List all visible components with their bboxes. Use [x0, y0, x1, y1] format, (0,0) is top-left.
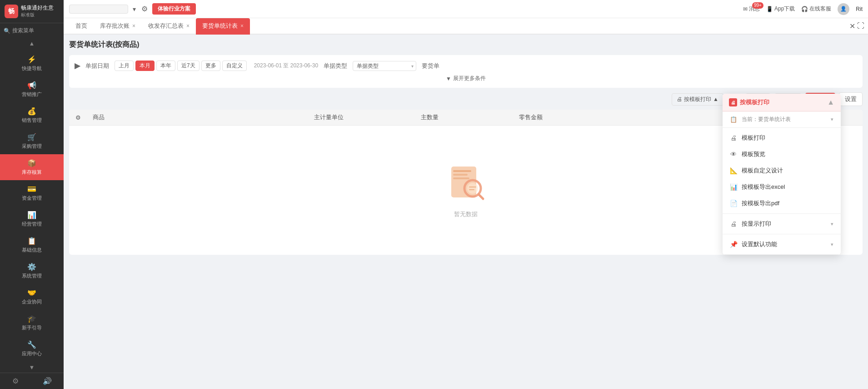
dropdown-item-template-print[interactable]: 🖨 模板打印 [723, 130, 841, 146]
app-subtitle: 标准版 [21, 12, 54, 18]
empty-icon [443, 162, 489, 203]
online-service-btn[interactable]: 🎧 在线客服 [801, 5, 831, 13]
tab-home[interactable]: 首页 [69, 18, 94, 35]
industry-btn[interactable]: 体验行业方案 [152, 3, 196, 15]
tab-expand-btn[interactable]: ⛶ [857, 22, 864, 30]
dropdown-item-display-print[interactable]: 🖨 按显示打印 ▾ [723, 216, 841, 232]
dropdown-close-btn[interactable]: ▲ [827, 98, 834, 106]
sidebar-item-operations[interactable]: 📊 经营管理 [0, 206, 64, 232]
tab-collection-summary-close[interactable]: × [186, 23, 190, 29]
tab-collection-summary[interactable]: 收发存汇总表 × [142, 18, 196, 35]
app-download-label: App下载 [774, 5, 795, 13]
sidebar-item-label: 企业协同 [22, 298, 42, 305]
filter-row-main: ▶ 单据日期 上月 本月 本年 近7天 更多 自定义 2023-06-01 至 … [75, 61, 857, 71]
quick-nav-icon: ⚡ [27, 55, 36, 64]
dropdown-item-default-func[interactable]: 📌 设置默认功能 ▾ [723, 236, 841, 253]
sidebar-item-inventory[interactable]: 📦 库存核算 [0, 154, 64, 180]
sidebar-item-basic[interactable]: 📋 基础信息 [0, 232, 64, 258]
sidebar-item-beginner[interactable]: 🎓 新手引导 [0, 310, 64, 336]
breadcrumb-dropdown-btn[interactable]: ▾ [132, 5, 137, 14]
breadcrumb-input[interactable] [69, 5, 128, 14]
tab-order-stats[interactable]: 要货单统计表 × [196, 18, 250, 35]
template-print-icon: 🖨 [730, 134, 737, 141]
sidebar-item-system[interactable]: ⚙️ 系统管理 [0, 258, 64, 284]
page-title: 要货单统计表(按商品) [69, 40, 863, 50]
dropdown-item-template-excel[interactable]: 📊 按模板导出excel [723, 179, 841, 195]
sidebar-item-label: 快捷导航 [22, 65, 42, 72]
sidebar-item-label: 资金管理 [22, 195, 42, 202]
top-header: ▾ ⚙ 体验行业方案 ✉ 消息 99+ 📱 App下载 🎧 在线客服 👤 Rit [64, 0, 868, 18]
sidebar-item-label: 经营管理 [22, 221, 42, 227]
app-download-btn[interactable]: 📱 App下载 [766, 5, 795, 13]
print-btn[interactable]: 🖨 按模板打印 ▲ [672, 93, 723, 106]
template-pdf-label: 按模板导出pdf [742, 199, 833, 207]
system-icon: ⚙️ [27, 263, 36, 271]
sidebar-item-marketing[interactable]: 📢 营销推广 [0, 76, 64, 102]
content-area: 要货单统计表(按商品) ▶ 单据日期 上月 本月 本年 近7天 更多 自定义 2… [64, 35, 868, 389]
col-amount: 零售金额 [480, 113, 581, 121]
col-qty: 主数量 [379, 113, 480, 121]
tab-inventory-batch[interactable]: 库存批次账 × [94, 18, 142, 35]
sidebar-item-label: 基础信息 [22, 247, 42, 253]
template-design-icon: 📐 [730, 167, 737, 174]
dropdown-item-template-pdf[interactable]: 📄 按模板导出pdf [723, 195, 841, 212]
more-btn[interactable]: 更多 [201, 61, 220, 71]
default-func-arrow: ▾ [831, 242, 833, 248]
current-month-btn[interactable]: 本月 [135, 61, 155, 71]
sidebar-item-purchase[interactable]: 🛒 采购管理 [0, 128, 64, 154]
filter-card: ▶ 单据日期 上月 本月 本年 近7天 更多 自定义 2023-06-01 至 … [69, 55, 863, 88]
operations-icon: 📊 [27, 211, 36, 219]
apps-icon: 🔧 [27, 340, 36, 349]
sidebar-item-label: 采购管理 [22, 143, 42, 150]
prev-month-btn[interactable]: 上月 [115, 61, 134, 71]
avatar-icon: 👤 [840, 6, 847, 12]
tab-order-stats-close[interactable]: × [240, 23, 244, 29]
dropdown-current[interactable]: 📋 当前：要货单统计表 ▾ [723, 111, 841, 128]
print-dropdown-arrow: ▲ [713, 96, 718, 102]
type-select[interactable]: 单据类型 [353, 61, 416, 71]
purchase-icon: 🛒 [27, 133, 36, 141]
dropdown-item-template-preview[interactable]: 👁 模板预览 [723, 146, 841, 162]
sidebar-item-finance[interactable]: 💳 资金管理 [0, 180, 64, 206]
sidebar-volume-btn[interactable]: 🔊 [43, 377, 52, 385]
nav-scroll-down[interactable]: ▼ [0, 362, 64, 373]
tab-close-all-btn[interactable]: ✕ [849, 22, 855, 30]
sidebar-item-quick-nav[interactable]: ⚡ 快捷导航 [0, 51, 64, 76]
dropdown-item-template-design[interactable]: 📐 模板自定义设计 [723, 162, 841, 179]
dropdown-section-default: 📌 设置默认功能 ▾ [723, 234, 841, 255]
empty-text: 暂无数据 [454, 210, 478, 218]
nav-scroll-up[interactable]: ▲ [0, 38, 64, 49]
svg-rect-1 [453, 170, 471, 172]
dropdown-header: 🖨 按模板打印 ▲ [723, 94, 841, 111]
dropdown-section-display: 🖨 按显示打印 ▾ [723, 214, 841, 234]
filter-expand-btn[interactable]: ▶ [75, 61, 80, 70]
sidebar-settings-btn[interactable]: ⚙ [12, 377, 19, 385]
filter-row-expand: ▼ 展开更多条件 [75, 75, 857, 82]
messages-btn[interactable]: ✉ 消息 99+ [743, 5, 760, 13]
header-gear-btn[interactable]: ⚙ [140, 4, 149, 14]
col-gear[interactable]: ⚙ [69, 114, 87, 121]
date-range-text: 2023-06-01 至 2023-06-30 [254, 62, 318, 70]
svg-line-6 [479, 194, 483, 199]
svg-rect-3 [453, 177, 469, 179]
sidebar-search[interactable]: 🔍 搜索菜单 [0, 23, 64, 38]
basic-icon: 📋 [27, 237, 36, 245]
main-area: ▾ ⚙ 体验行业方案 ✉ 消息 99+ 📱 App下载 🎧 在线客服 👤 Rit [64, 0, 868, 389]
expand-more-btn[interactable]: ▼ 展开更多条件 [446, 75, 486, 82]
type-select-wrapper: 单据类型 ▾ [353, 61, 416, 71]
sales-icon: 💰 [27, 107, 36, 116]
template-design-label: 模板自定义设计 [742, 167, 833, 175]
sidebar-logo: 畅 畅康通好生意 标准版 [0, 0, 64, 23]
custom-btn[interactable]: 自定义 [222, 61, 247, 71]
sidebar-item-enterprise[interactable]: 🤝 企业协同 [0, 284, 64, 310]
avatar[interactable]: 👤 [838, 3, 849, 15]
user-name: Rit [856, 6, 863, 12]
last7days-btn[interactable]: 近7天 [177, 61, 200, 71]
setting-btn[interactable]: 设置 [839, 92, 863, 106]
current-year-btn[interactable]: 本年 [156, 61, 175, 71]
tab-inventory-batch-close[interactable]: × [132, 23, 135, 29]
finance-icon: 💳 [27, 185, 36, 193]
download-icon: 📱 [766, 6, 773, 12]
sidebar-item-apps[interactable]: 🔧 应用中心 [0, 336, 64, 362]
sidebar-item-sales[interactable]: 💰 销售管理 [0, 102, 64, 128]
